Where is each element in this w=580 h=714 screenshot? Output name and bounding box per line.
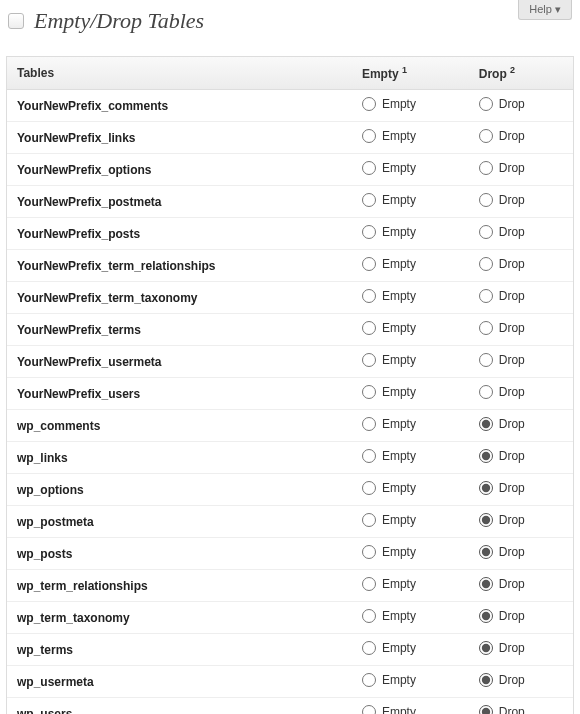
empty-option[interactable]: Empty	[362, 385, 416, 399]
empty-radio[interactable]	[362, 353, 376, 367]
empty-option[interactable]: Empty	[362, 449, 416, 463]
empty-radio[interactable]	[362, 449, 376, 463]
empty-radio[interactable]	[362, 641, 376, 655]
empty-option[interactable]: Empty	[362, 129, 416, 143]
empty-radio[interactable]	[362, 289, 376, 303]
empty-radio[interactable]	[362, 193, 376, 207]
drop-radio[interactable]	[479, 417, 493, 431]
empty-option[interactable]: Empty	[362, 513, 416, 527]
database-icon	[8, 13, 24, 29]
table-name-cell: YourNewPrefix_options	[7, 154, 352, 186]
empty-label: Empty	[382, 545, 416, 559]
empty-radio[interactable]	[362, 225, 376, 239]
empty-radio[interactable]	[362, 321, 376, 335]
drop-radio[interactable]	[479, 161, 493, 175]
empty-radio[interactable]	[362, 257, 376, 271]
drop-label: Drop	[499, 545, 525, 559]
empty-option[interactable]: Empty	[362, 641, 416, 655]
empty-option[interactable]: Empty	[362, 577, 416, 591]
drop-radio[interactable]	[479, 609, 493, 623]
empty-option[interactable]: Empty	[362, 481, 416, 495]
drop-option[interactable]: Drop	[479, 417, 525, 431]
empty-radio[interactable]	[362, 385, 376, 399]
drop-radio[interactable]	[479, 321, 493, 335]
table-row: wp_termsEmptyDrop	[7, 634, 573, 666]
empty-option[interactable]: Empty	[362, 417, 416, 431]
drop-option[interactable]: Drop	[479, 161, 525, 175]
table-name-cell: YourNewPrefix_comments	[7, 90, 352, 122]
drop-radio[interactable]	[479, 193, 493, 207]
drop-radio[interactable]	[479, 545, 493, 559]
table-row: YourNewPrefix_usermetaEmptyDrop	[7, 346, 573, 378]
drop-option[interactable]: Drop	[479, 321, 525, 335]
empty-option[interactable]: Empty	[362, 193, 416, 207]
empty-radio[interactable]	[362, 513, 376, 527]
drop-option[interactable]: Drop	[479, 257, 525, 271]
drop-radio[interactable]	[479, 641, 493, 655]
col-tables: Tables	[7, 57, 352, 90]
empty-radio[interactable]	[362, 97, 376, 111]
drop-option[interactable]: Drop	[479, 449, 525, 463]
drop-radio[interactable]	[479, 481, 493, 495]
empty-option[interactable]: Empty	[362, 97, 416, 111]
drop-radio[interactable]	[479, 289, 493, 303]
empty-option[interactable]: Empty	[362, 225, 416, 239]
drop-radio[interactable]	[479, 385, 493, 399]
drop-option[interactable]: Drop	[479, 193, 525, 207]
drop-cell: Drop	[469, 282, 573, 314]
empty-radio[interactable]	[362, 545, 376, 559]
drop-radio[interactable]	[479, 353, 493, 367]
drop-radio[interactable]	[479, 97, 493, 111]
drop-radio[interactable]	[479, 705, 493, 714]
drop-radio[interactable]	[479, 257, 493, 271]
drop-option[interactable]: Drop	[479, 705, 525, 714]
table-name-cell: YourNewPrefix_usermeta	[7, 346, 352, 378]
drop-option[interactable]: Drop	[479, 609, 525, 623]
drop-radio[interactable]	[479, 225, 493, 239]
empty-option[interactable]: Empty	[362, 353, 416, 367]
empty-option[interactable]: Empty	[362, 161, 416, 175]
empty-radio[interactable]	[362, 609, 376, 623]
drop-option[interactable]: Drop	[479, 577, 525, 591]
empty-radio[interactable]	[362, 129, 376, 143]
empty-radio[interactable]	[362, 673, 376, 687]
drop-option[interactable]: Drop	[479, 641, 525, 655]
drop-option[interactable]: Drop	[479, 97, 525, 111]
empty-radio[interactable]	[362, 577, 376, 591]
empty-option[interactable]: Empty	[362, 321, 416, 335]
empty-cell: Empty	[352, 410, 469, 442]
drop-radio[interactable]	[479, 449, 493, 463]
drop-option[interactable]: Drop	[479, 545, 525, 559]
empty-radio[interactable]	[362, 417, 376, 431]
drop-cell: Drop	[469, 378, 573, 410]
drop-radio[interactable]	[479, 129, 493, 143]
drop-option[interactable]: Drop	[479, 289, 525, 303]
drop-cell: Drop	[469, 410, 573, 442]
drop-radio[interactable]	[479, 673, 493, 687]
empty-option[interactable]: Empty	[362, 289, 416, 303]
empty-option[interactable]: Empty	[362, 609, 416, 623]
drop-radio[interactable]	[479, 513, 493, 527]
drop-cell: Drop	[469, 90, 573, 122]
empty-option[interactable]: Empty	[362, 705, 416, 714]
drop-option[interactable]: Drop	[479, 673, 525, 687]
empty-radio[interactable]	[362, 161, 376, 175]
help-tab[interactable]: Help ▾	[518, 0, 572, 20]
empty-option[interactable]: Empty	[362, 257, 416, 271]
empty-radio[interactable]	[362, 705, 376, 714]
drop-option[interactable]: Drop	[479, 513, 525, 527]
table-name-cell: YourNewPrefix_links	[7, 122, 352, 154]
drop-radio[interactable]	[479, 577, 493, 591]
table-name-cell: YourNewPrefix_users	[7, 378, 352, 410]
table-row: YourNewPrefix_usersEmptyDrop	[7, 378, 573, 410]
drop-option[interactable]: Drop	[479, 481, 525, 495]
empty-option[interactable]: Empty	[362, 545, 416, 559]
drop-label: Drop	[499, 353, 525, 367]
drop-option[interactable]: Drop	[479, 129, 525, 143]
empty-radio[interactable]	[362, 481, 376, 495]
drop-option[interactable]: Drop	[479, 225, 525, 239]
empty-option[interactable]: Empty	[362, 673, 416, 687]
drop-option[interactable]: Drop	[479, 385, 525, 399]
empty-label: Empty	[382, 385, 416, 399]
drop-option[interactable]: Drop	[479, 353, 525, 367]
